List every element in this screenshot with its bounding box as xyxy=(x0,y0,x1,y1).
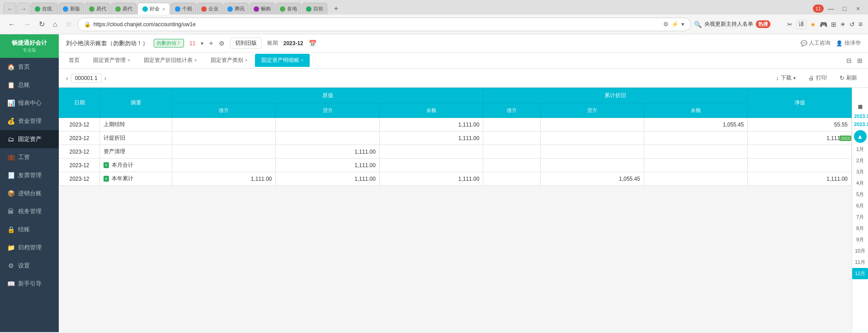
period-date-1[interactable]: 2023.12 xyxy=(852,112,868,120)
tab-yidai1[interactable]: 易代 xyxy=(85,3,110,14)
sidebar-item-closing[interactable]: 🔒 结账 xyxy=(0,220,59,239)
download-btn[interactable]: ↓ 下载 ▾ xyxy=(773,72,800,84)
nav-back[interactable]: ← xyxy=(5,19,18,30)
period-date-2[interactable]: 2023.12 xyxy=(852,120,868,128)
month-12[interactable]: 12月 xyxy=(852,268,868,279)
cell-accum-credit xyxy=(540,159,644,172)
new-tab-btn[interactable]: + xyxy=(330,3,342,14)
tab-tencent[interactable]: 腾讯 xyxy=(223,3,249,14)
month-10[interactable]: 10月 xyxy=(852,245,868,257)
nav-forward[interactable]: → xyxy=(21,19,33,30)
window-maximize[interactable]: □ xyxy=(838,3,851,14)
tab-close-icon[interactable]: × xyxy=(194,58,197,63)
lightning-icon[interactable]: ⚡ xyxy=(671,21,679,28)
sidebar-item-label: 设置 xyxy=(18,262,30,270)
tab-close-icon[interactable]: × xyxy=(127,58,130,63)
month-9[interactable]: 9月 xyxy=(852,234,868,245)
translate-icon[interactable]: 译 xyxy=(796,19,807,29)
tab-new[interactable]: 新版 xyxy=(59,3,84,14)
nav-home[interactable]: ⌂ xyxy=(50,19,60,30)
prev-page-btn[interactable]: ‹ xyxy=(66,75,68,82)
period-select-header: 期间选择 xyxy=(857,89,864,112)
tab-gedi[interactable]: 各地 xyxy=(276,3,301,14)
month-7[interactable]: 7月 xyxy=(852,211,868,223)
sidebar-item-invoice[interactable]: 🧾 发票管理 xyxy=(0,166,59,184)
expand-tab-btn[interactable]: ⊞ xyxy=(855,56,864,65)
tab-haohui[interactable]: 好会 × xyxy=(137,3,170,14)
tab-geshui[interactable]: 个税 xyxy=(171,3,196,14)
month-1[interactable]: 1月 xyxy=(852,144,868,155)
game-icon[interactable]: 🎮 xyxy=(820,21,827,28)
sidebar-item-payroll[interactable]: 💼 工资 xyxy=(0,148,59,166)
download-label: 下载 xyxy=(781,74,792,82)
window-close[interactable]: × xyxy=(852,3,864,14)
grid-icon[interactable]: ⊞ xyxy=(831,21,836,28)
history-icon[interactable]: ↺ xyxy=(849,21,855,28)
tab-fixed-assets-mgmt[interactable]: 固定资产管理 × xyxy=(87,54,137,67)
sidebar-item-reports[interactable]: 📊 报表中心 xyxy=(0,94,59,112)
month-3[interactable]: 3月 xyxy=(852,166,868,178)
tab-online[interactable]: 在线 xyxy=(31,3,58,14)
nav-bookmark[interactable]: ☆ xyxy=(63,18,75,30)
brand-name: 畅捷通好会计 xyxy=(5,39,54,47)
tab-home[interactable]: 首页 xyxy=(62,54,86,67)
calendar-icon[interactable]: 📅 xyxy=(309,40,316,47)
scissors-icon[interactable]: ✂ xyxy=(787,21,793,28)
sidebar-item-settings[interactable]: ⚙ 设置 xyxy=(0,257,59,275)
sidebar-item-guide[interactable]: 📖 新手引导 xyxy=(0,275,59,293)
star-icon[interactable]: ★ xyxy=(810,21,816,28)
tab-label: 固定资产明细账 xyxy=(261,56,299,64)
window-minimize[interactable]: — xyxy=(825,3,837,14)
support-btn[interactable]: 💬 人工咨询 xyxy=(801,39,830,47)
cell-orig-balance: 1,111.00 xyxy=(379,172,483,186)
stockbook-icon: 📦 xyxy=(7,190,14,197)
sidebar-item-fixed-assets[interactable]: 🗂 固定资产 xyxy=(0,130,59,148)
sidebar-item-stockbook[interactable]: 📦 进销台账 xyxy=(0,184,59,202)
month-8[interactable]: 8月 xyxy=(852,223,868,234)
dropdown-arrow[interactable]: ▾ xyxy=(201,40,203,47)
month-5[interactable]: 5月 xyxy=(852,189,868,200)
sidebar-item-tax[interactable]: 🏛 税务管理 xyxy=(0,202,59,220)
dropdown-icon[interactable]: ▾ xyxy=(681,21,684,28)
tab-yidai2[interactable]: 易代 xyxy=(111,3,137,14)
more-icon[interactable]: ≡ xyxy=(859,20,863,28)
tab-close-icon[interactable]: × xyxy=(162,6,165,12)
tab-asset-ledger[interactable]: 固定资产明细账 × xyxy=(255,54,310,67)
page-number[interactable]: 000001 1 xyxy=(71,74,102,83)
month-4[interactable]: 4月 xyxy=(852,178,868,189)
switch-version-btn[interactable]: 切到旧版 xyxy=(230,38,262,49)
address-bar[interactable]: 🔒 https://cloud.chanjet.com/accounting/u… xyxy=(77,18,691,31)
sidebar-item-funds[interactable]: 💰 资金管理 xyxy=(0,112,59,130)
user-btn[interactable]: 👤 徐泽华 xyxy=(836,39,861,47)
month-2[interactable]: 2月 xyxy=(852,155,868,166)
collapse-tab-btn[interactable]: ⊟ xyxy=(844,56,854,65)
cell-orig-credit xyxy=(276,131,379,145)
app-topbar: 刘小艳演示账套（勿删勿动！） 勿删勿动！ 11 ▾ + ⚙ 切到旧版 账期 20… xyxy=(59,34,868,52)
tab-depreciation-stats[interactable]: 固定资产折旧统计表 × xyxy=(137,54,203,67)
browser-back[interactable]: ← xyxy=(4,3,16,14)
refresh-btn[interactable]: ↻ 刷新 xyxy=(836,72,861,84)
tab-actions: ⊟ ⊞ xyxy=(844,56,864,65)
nav-reload[interactable]: ↻ xyxy=(36,18,47,30)
settings-btn[interactable]: ⚙ xyxy=(219,40,225,47)
add-account-btn[interactable]: + xyxy=(209,39,213,47)
tab-asset-category[interactable]: 固定资产类别 × xyxy=(204,54,254,67)
search-text: 央视更新主持人名单 xyxy=(704,20,753,28)
page-settings-icon[interactable]: ⚙ xyxy=(663,21,669,28)
sidebar-item-archive[interactable]: 📁 归档管理 xyxy=(0,239,59,257)
cell-accum-balance xyxy=(644,172,747,186)
float-btn-up[interactable]: ▲ xyxy=(854,130,867,143)
print-btn[interactable]: 🖨 打印 xyxy=(805,72,830,84)
browser-forward[interactable]: → xyxy=(17,3,30,14)
tab-chang[interactable]: 畅购 xyxy=(250,3,275,14)
next-page-btn[interactable]: › xyxy=(104,75,107,82)
sidebar-item-home[interactable]: 🏠 首页 xyxy=(0,58,59,76)
tab-qiye[interactable]: 企业 xyxy=(197,3,222,14)
month-6[interactable]: 6月 xyxy=(852,200,868,211)
sidebar-item-ledger[interactable]: 📋 总账 xyxy=(0,76,59,94)
brightness-icon[interactable]: ☀ xyxy=(840,21,846,28)
tab-close-icon[interactable]: × xyxy=(301,58,304,63)
tab-close-icon[interactable]: × xyxy=(245,58,248,63)
month-11[interactable]: 11月 xyxy=(852,257,868,268)
tab-muqian[interactable]: 目前 xyxy=(302,3,327,14)
